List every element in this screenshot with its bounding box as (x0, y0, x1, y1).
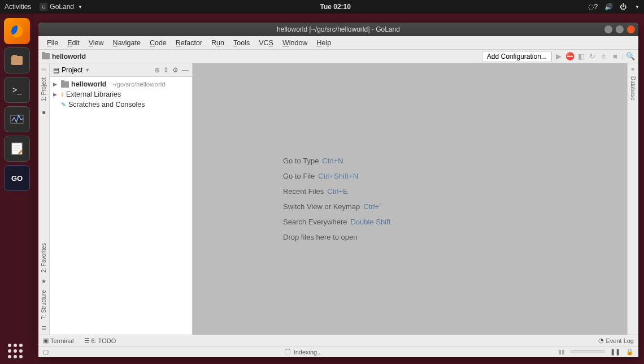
files-launcher[interactable] (4, 47, 30, 73)
tool-windows-toggle-icon[interactable]: ▢ (43, 348, 49, 356)
window-titlebar[interactable]: helloworld [~/go/src/helloworld] - GoLan… (38, 23, 638, 36)
todo-tool-button[interactable]: ☰ 6: TODO (84, 337, 116, 344)
window-maximize-button[interactable] (616, 25, 624, 33)
goland-small-icon: G (40, 3, 47, 11)
system-monitor-launcher[interactable] (4, 106, 30, 132)
database-tool-button[interactable]: Database (630, 76, 636, 101)
breadcrumb[interactable]: helloworld (42, 53, 86, 60)
menu-refactor[interactable]: Refactor (172, 38, 206, 48)
expand-arrow-icon[interactable]: ▶ (53, 92, 59, 97)
ubuntu-topbar: Activities G GoLand ▼ Tue 02:10 ◌? 🔊 ⏻ ▼ (0, 0, 644, 14)
stop-icon[interactable]: ■ (611, 52, 620, 61)
goland-icon: GO (11, 174, 23, 183)
locate-icon[interactable]: ⊕ (154, 66, 160, 74)
editor-empty-state[interactable]: Go to Type Ctrl+N Go to File Ctrl+Shift+… (193, 63, 627, 335)
run-icon[interactable]: ▶ (554, 52, 563, 61)
project-tree: ▶ helloworld ~/go/src/helloworld ▶ ⫴ Ext… (50, 77, 192, 112)
folder-icon (61, 81, 69, 88)
scratches-label: Scratches and Consoles (68, 101, 145, 109)
menu-tools[interactable]: Tools (229, 38, 254, 48)
goland-window: helloworld [~/go/src/helloworld] - GoLan… (38, 23, 638, 357)
project-view-dropdown[interactable]: ▼ (85, 67, 90, 73)
power-icon[interactable]: ⏻ (620, 3, 626, 11)
library-icon: ⫴ (61, 91, 64, 98)
svg-rect-2 (12, 55, 17, 57)
menu-window[interactable]: Window (279, 38, 311, 48)
expand-all-icon[interactable]: ⇕ (163, 66, 169, 74)
bookmark-icon[interactable]: ■ (42, 109, 45, 115)
status-bar: ▢ Indexing... ▮▮ ❚❚ 🔒 (38, 346, 638, 357)
todo-icon: ☰ (84, 337, 90, 344)
hide-panel-icon[interactable]: — (182, 66, 189, 74)
expand-arrow-icon[interactable]: ▶ (53, 81, 59, 87)
firefox-icon (8, 23, 25, 40)
window-title: helloworld [~/go/src/helloworld] - GoLan… (277, 25, 400, 33)
menu-edit[interactable]: Edit (63, 38, 84, 48)
hint-switch-view: Switch View or Keymap Ctrl+` (283, 202, 381, 211)
ide-pause-icon[interactable]: ❚❚ (610, 348, 620, 356)
goland-launcher[interactable]: GO (4, 165, 30, 191)
structure-icon: ☰ (41, 325, 46, 331)
project-tool-toggle-icon[interactable]: ▭ (41, 66, 46, 72)
project-panel-header: ▤ Project ▼ ⊕ ⇕ ⚙ — (50, 63, 192, 77)
coverage-icon[interactable]: ◧ (577, 52, 586, 61)
hint-search-everywhere: Search Everywhere Double Shift (283, 218, 390, 226)
svg-rect-1 (11, 56, 23, 65)
external-libraries-node[interactable]: ▶ ⫴ External Libraries (53, 89, 189, 99)
system-menu-chevron-icon[interactable]: ▼ (635, 5, 639, 10)
app-menu[interactable]: G GoLand ▼ (40, 3, 82, 11)
scratches-node[interactable]: ✎ Scratches and Consoles (53, 99, 189, 110)
window-close-button[interactable] (627, 25, 635, 33)
project-root-node[interactable]: ▶ helloworld ~/go/src/helloworld (53, 79, 189, 89)
menu-help[interactable]: Help (312, 38, 335, 48)
folder-icon (42, 53, 50, 59)
terminal-icon: >_ (12, 85, 21, 94)
hint-goto-type: Go to Type Ctrl+N (283, 157, 343, 165)
external-libraries-label: External Libraries (66, 90, 121, 98)
project-tool-window: ▤ Project ▼ ⊕ ⇕ ⚙ — ▶ helloworld ~/go/sr… (50, 63, 193, 335)
terminal-launcher[interactable]: >_ (4, 77, 30, 103)
menu-view[interactable]: View (85, 38, 108, 48)
volume-icon[interactable]: 🔊 (604, 3, 613, 11)
menu-navigate[interactable]: Navigate (109, 38, 145, 48)
menu-code[interactable]: Code (146, 38, 171, 48)
favorites-tool-button[interactable]: 2: Favorites (41, 243, 47, 272)
bottom-tool-window-bar: ▣ Terminal ☰ 6: TODO ◔ Event Log (38, 335, 638, 346)
terminal-tool-button[interactable]: ▣ Terminal (43, 337, 74, 344)
project-header-icon: ▤ (53, 66, 59, 74)
show-applications-button[interactable] (8, 344, 23, 358)
project-panel-title[interactable]: Project (62, 66, 82, 74)
activities-button[interactable]: Activities (5, 3, 31, 11)
add-configuration-button[interactable]: Add Configuration... (482, 51, 552, 62)
notepad-icon (9, 141, 25, 157)
menu-file[interactable]: File (43, 38, 62, 48)
attach-icon[interactable]: ⎋ (599, 52, 608, 61)
sysmon-icon (10, 112, 24, 127)
accessibility-icon[interactable]: ◌? (588, 3, 598, 11)
settings-gear-icon[interactable]: ⚙ (172, 66, 179, 74)
firefox-launcher[interactable] (4, 18, 30, 44)
unity-launcher: >_ GO (0, 14, 34, 364)
hint-drop-files: Drop files here to open (283, 233, 358, 241)
hint-goto-file: Go to File Ctrl+Shift+N (283, 172, 358, 180)
project-root-label: helloworld (71, 80, 107, 88)
database-icon[interactable]: ≡ (632, 67, 635, 73)
text-editor-launcher[interactable] (4, 136, 30, 162)
progress-pause-icon[interactable]: ▮▮ (558, 348, 565, 356)
event-log-button[interactable]: ◔ Event Log (598, 337, 634, 344)
clock[interactable]: Tue 02:10 (82, 3, 588, 11)
structure-tool-button[interactable]: 7: Structure (41, 290, 47, 319)
profile-icon[interactable]: ↻ (588, 52, 597, 61)
project-tool-button[interactable]: 1: Project (41, 77, 47, 101)
menu-run[interactable]: Run (207, 38, 228, 48)
progress-bar (571, 350, 604, 353)
files-icon (9, 53, 25, 68)
menu-vcs[interactable]: VCS (255, 38, 277, 48)
window-minimize-button[interactable] (604, 25, 612, 33)
hint-recent-files: Recent Files Ctrl+E (283, 187, 348, 196)
debug-icon[interactable]: ⛔ (565, 52, 575, 61)
lock-icon[interactable]: 🔒 (626, 348, 634, 356)
right-tool-window-bar: ≡ Database (627, 63, 638, 335)
search-everywhere-icon[interactable]: 🔍 (626, 52, 635, 61)
project-root-path: ~/go/src/helloworld (111, 81, 166, 88)
